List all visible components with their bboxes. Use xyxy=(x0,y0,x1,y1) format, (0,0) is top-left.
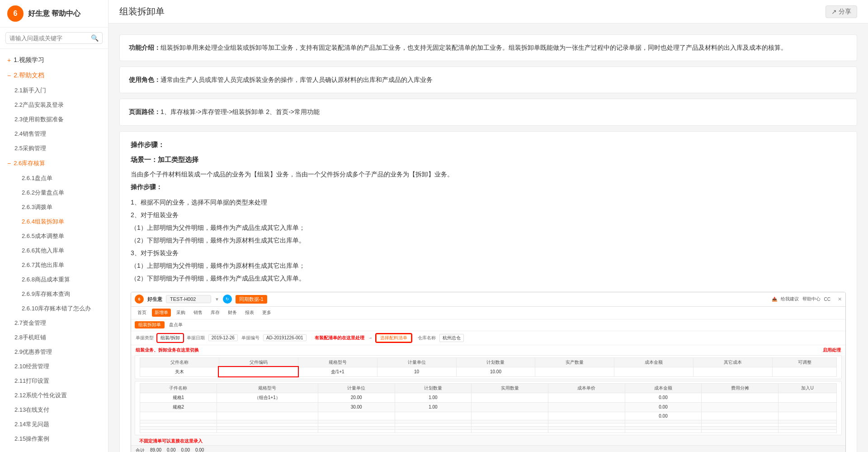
sidebar-item-2.5[interactable]: 2.5采购管理 xyxy=(0,141,108,156)
child-cell-4-4 xyxy=(472,423,548,426)
ss-date-label: 单据日期 xyxy=(187,335,205,341)
sidebar-item-2.6.3[interactable]: 2.6.3调拨单 xyxy=(0,200,108,214)
sidebar-item-2.3[interactable]: 2.3使用前数据准备 xyxy=(0,112,108,127)
child-cell-0-8 xyxy=(778,393,837,402)
ss-logo: 6 xyxy=(135,295,144,304)
sidebar-item-2.4[interactable]: 2.4销售管理 xyxy=(0,127,108,141)
content-area: 功能介绍：组装拆卸单用来处理企业组装或拆卸等加工业务，支持有固定装配清单的产品加… xyxy=(108,24,868,452)
child-cell-6-0 xyxy=(140,429,217,433)
ss-sub-val: 杭州总仓 xyxy=(439,334,464,342)
child-cell-6-5 xyxy=(548,429,625,433)
child-cell-0-2: 20.00 xyxy=(318,393,395,402)
ss-download-icon: 📥 xyxy=(772,297,777,302)
parent-cell-1 xyxy=(219,367,298,376)
parent-cell-6 xyxy=(614,367,693,376)
sidebar-item-2.9[interactable]: 2.9优惠券管理 xyxy=(0,345,108,359)
sidebar-item-2.10[interactable]: 2.10经营管理 xyxy=(0,359,108,374)
child-cell-0-6: 0.00 xyxy=(625,393,702,402)
child-cell-4-2 xyxy=(318,423,395,426)
sidebar-item-2.6.9[interactable]: 2.6.9库存账本查询 xyxy=(0,287,108,301)
sidebar-item-2.6.4[interactable]: 2.6.4组装拆卸单 xyxy=(0,214,108,229)
sidebar-item-2.6.10[interactable]: 2.6.10库存账本错了怎么办 xyxy=(0,301,108,316)
sidebar-item-2.6.6[interactable]: 2.6.6其他入库单 xyxy=(0,243,108,258)
sidebar-item-2.6.5[interactable]: 2.6.5成本调整单 xyxy=(0,229,108,243)
ss-input: TEST-H002 xyxy=(166,295,211,303)
scene1-title: 场景一：加工类型选择 xyxy=(131,156,846,164)
search-icon[interactable]: 🔍 xyxy=(91,34,99,42)
search-input[interactable] xyxy=(9,35,91,42)
sidebar-item-2.8[interactable]: 2.8手机旺铺 xyxy=(0,330,108,345)
nav-list: + 1.视频学习 − 2.帮助文档 2.1新手入门 2.2产品安装及登录 2.3… xyxy=(0,49,108,452)
ss-child-table: 子件名称 规格型号 计量单位 计划数量 实用数量 成本单价 成本金额 费用分摊 … xyxy=(140,383,837,433)
child-cell-4-7 xyxy=(702,423,778,426)
child-cell-1-4 xyxy=(472,402,548,412)
sidebar-item-2.14[interactable]: 2.14常见问题 xyxy=(0,417,108,432)
sidebar-item-2.1[interactable]: 2.1新手入门 xyxy=(0,83,108,98)
table-row: 规格1（组合1+1）20.001.000.00 xyxy=(140,393,837,402)
child-cell-4-8 xyxy=(778,423,837,426)
table-row xyxy=(140,426,837,429)
parent-cell-0: 关木 xyxy=(140,367,219,376)
2.6-sub-list: 2.6.1盘点单 2.6.2分量盘点单 2.6.3调拨单 2.6.4组装拆卸单 … xyxy=(0,171,108,316)
ss-parent-section: 父件名称 父件编码 规格型号 计量单位 计划数量 实产数量 成本金额 其它成本 … xyxy=(135,355,842,379)
sidebar-item-2.13[interactable]: 2.13在线支付 xyxy=(0,403,108,417)
ss-suggest-label: 给我建议 xyxy=(781,296,799,302)
sidebar-item-2.6.7[interactable]: 2.6.7其他出库单 xyxy=(0,258,108,272)
sidebar-item-2.11[interactable]: 2.11打印设置 xyxy=(0,374,108,388)
child-cell-5-0 xyxy=(140,426,217,429)
scene1-desc: 当由多个子件材料组装成一个成品的业务为【组装】业务，当由一个父件拆分成多个子产品… xyxy=(131,168,846,181)
sidebar-item-2.7[interactable]: 2.7资金管理 xyxy=(0,316,108,330)
step3-sub1: （1）上部明细为父件明细，最终作为原材料生成其它出库单； xyxy=(131,259,846,272)
sidebar-item-2.15[interactable]: 2.15操作案例 xyxy=(0,432,108,446)
step-title: 操作步骤： xyxy=(131,181,846,193)
sidebar-item-2.6.1[interactable]: 2.6.1盘点单 xyxy=(0,171,108,186)
sidebar-item-video[interactable]: + 1.视频学习 xyxy=(0,52,108,68)
parent-cell-3: 10 xyxy=(377,367,456,376)
child-cell-0-4 xyxy=(472,393,548,402)
share-button[interactable]: ↗ 分享 xyxy=(826,5,857,18)
ss-cc-label: CC xyxy=(824,297,830,302)
ss-nav-more: 更多 xyxy=(259,309,274,317)
child-col-6: 成本金额 xyxy=(625,383,702,393)
sidebar-item-docs[interactable]: − 2.帮助文档 xyxy=(0,68,108,83)
child-cell-0-1: （组合1+1） xyxy=(217,393,318,402)
path-text: 1、库存核算->库存管理->组装拆卸单 2、首页->常用功能 xyxy=(160,108,320,115)
sidebar-item-2.6[interactable]: − 2.6库存核算 xyxy=(0,156,108,171)
path-label: 页面路径： xyxy=(129,108,160,115)
child-cell-3-0 xyxy=(140,420,217,423)
parent-col-2: 规格型号 xyxy=(298,357,377,367)
child-cell-2-8 xyxy=(778,412,837,420)
sidebar-item-2.2[interactable]: 2.2产品安装及登录 xyxy=(0,98,108,112)
ops-title: 操作步骤： xyxy=(131,141,846,149)
parent-col-6: 成本金额 xyxy=(614,357,693,367)
step1: 1、根据不同的业务，选择不同单据的类型来处理 xyxy=(131,196,846,209)
ss-topbar: 6 好生意 TEST-H002 ▼ ↻ 同期数据-1 📥 给我建议 帮助中心 C… xyxy=(131,292,845,307)
screenshot-image: 6 好生意 TEST-H002 ▼ ↻ 同期数据-1 📥 给我建议 帮助中心 C… xyxy=(131,292,845,452)
ss-dropdown-icon: ▼ xyxy=(215,297,219,302)
screenshot-wrap: 6 好生意 TEST-H002 ▼ ↻ 同期数据-1 📥 给我建议 帮助中心 C… xyxy=(131,292,846,452)
minus-icon-2.6: − xyxy=(7,160,11,167)
child-cell-2-5 xyxy=(548,412,625,420)
child-cell-0-5 xyxy=(548,393,625,402)
ss-nav-finance: 财务 xyxy=(225,309,240,317)
search-box: 🔍 xyxy=(5,32,103,44)
child-cell-4-3 xyxy=(395,423,472,426)
sidebar-item-2.6.8[interactable]: 2.6.8商品成本重算 xyxy=(0,272,108,287)
main-content: 组装拆卸单 ↗ 分享 功能介绍：组装拆卸单用来处理企业组装或拆卸等加工业务，支持… xyxy=(108,0,868,452)
sidebar-item-2.6.2[interactable]: 2.6.2分量盘点单 xyxy=(0,186,108,200)
arrow-right: → xyxy=(368,335,373,340)
child-col-0: 子件名称 xyxy=(140,383,217,393)
parent-cell-8 xyxy=(773,367,837,376)
ss-type-label: 单据类型 xyxy=(136,335,154,341)
child-cell-2-4 xyxy=(472,412,548,420)
parent-col-0: 父件名称 xyxy=(140,357,219,367)
intro-label: 功能介绍： xyxy=(129,44,160,51)
parent-col-8: 可调整 xyxy=(773,357,837,367)
child-cell-4-1 xyxy=(217,423,318,426)
child-cell-3-7 xyxy=(702,420,778,423)
parent-col-7: 其它成本 xyxy=(693,357,773,367)
sidebar-item-2.12[interactable]: 2.12系统个性化设置 xyxy=(0,388,108,403)
child-cell-5-3 xyxy=(395,426,472,429)
child-cell-4-5 xyxy=(548,423,625,426)
parent-cell-5 xyxy=(535,367,614,376)
